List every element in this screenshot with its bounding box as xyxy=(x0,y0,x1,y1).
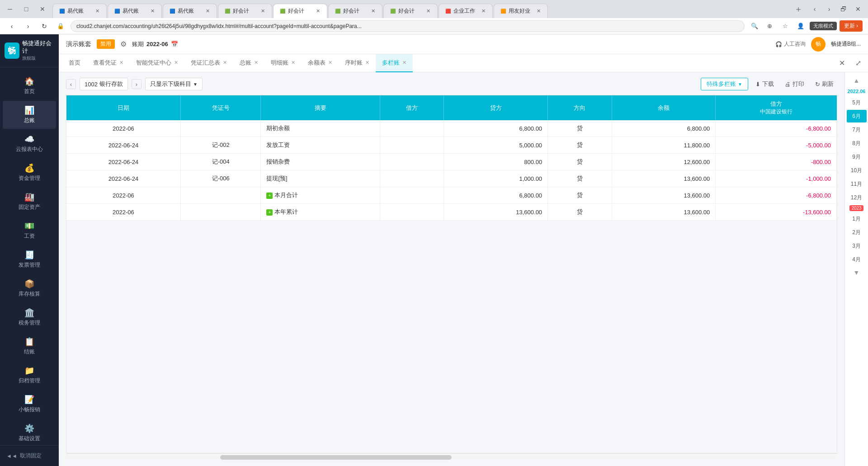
page-tab-4[interactable]: 总账✕ xyxy=(233,54,264,72)
page-tab-8[interactable]: 多栏账✕ xyxy=(376,54,413,72)
sidebar-item-云报表中心[interactable]: ☁️云报表中心 xyxy=(3,130,56,158)
sidebar-item-固定资产[interactable]: 🏭固定资产 xyxy=(3,188,56,216)
cal-month-8[interactable]: 8月 xyxy=(847,137,867,150)
tab-next-btn[interactable]: › xyxy=(823,3,835,15)
sidebar-item-发票管理[interactable]: 🧾发票管理 xyxy=(3,245,56,273)
calendar-icon[interactable]: 📅 xyxy=(171,41,178,47)
cal-month-4-2023[interactable]: 4月 xyxy=(847,253,867,266)
filter-dropdown[interactable]: 只显示下级科目 ▼ xyxy=(145,78,203,90)
minimize-btn[interactable]: ─ xyxy=(4,3,16,15)
reload-btn[interactable]: ↻ xyxy=(38,20,51,33)
expand-tab-icon[interactable]: ⤢ xyxy=(852,57,864,70)
tab-close-5[interactable]: ✕ xyxy=(369,8,377,15)
voucher-link[interactable]: 记-004 xyxy=(212,158,230,165)
page-tab-0[interactable]: 首页 xyxy=(62,54,87,72)
sidebar-item-首页[interactable]: 🏠首页 xyxy=(3,72,56,100)
tab-close-8[interactable]: ✕ xyxy=(535,8,542,15)
sidebar-item-税务管理[interactable]: 🏛️税务管理 xyxy=(3,303,56,331)
restore-btn[interactable]: 🗗 xyxy=(837,3,850,15)
page-tab-close-5[interactable]: ✕ xyxy=(291,60,295,66)
sidebar-item-归档管理[interactable]: 📁归档管理 xyxy=(3,361,56,389)
browser-tab-4[interactable]: 🟩好会计✕ xyxy=(273,4,327,18)
cal-up-btn[interactable]: ▲ xyxy=(850,74,863,87)
cal-month-9[interactable]: 9月 xyxy=(847,151,867,163)
page-tab-close-7[interactable]: ✕ xyxy=(365,60,369,66)
sidebar-item-小畅报销[interactable]: 📝小畅报销 xyxy=(3,390,56,418)
page-tab-6[interactable]: 余额表✕ xyxy=(302,54,339,72)
next-account-btn[interactable]: › xyxy=(132,79,142,89)
page-tab-2[interactable]: 智能凭证中心✕ xyxy=(130,54,184,72)
nav-icon-7: 📦 xyxy=(24,279,34,289)
browser-tab-2[interactable]: 🟦易代账✕ xyxy=(163,4,217,18)
tab-close-0[interactable]: ✕ xyxy=(94,8,101,15)
profile-icon[interactable]: 👤 xyxy=(794,20,807,33)
browser-tab-6[interactable]: 🟩好会计✕ xyxy=(383,4,438,18)
cal-month-12[interactable]: 12月 xyxy=(847,191,867,204)
close-win-btn[interactable]: ✕ xyxy=(852,3,864,15)
browser-tab-3[interactable]: 🟩好会计✕ xyxy=(218,4,272,18)
sidebar-item-工资[interactable]: 💵工资 xyxy=(3,217,56,245)
back-btn[interactable]: ‹ xyxy=(5,20,18,33)
unpin-btn[interactable]: ◄◄ 取消固定 xyxy=(4,449,55,462)
special-multi-btn[interactable]: 特殊多栏账 ▼ xyxy=(701,78,748,90)
update-btn[interactable]: 更新 › xyxy=(840,20,863,32)
download-btn[interactable]: ⬇ 下载 xyxy=(752,78,778,90)
no-trace-btn[interactable]: 无痕模式 xyxy=(810,22,837,30)
page-tab-3[interactable]: 凭证汇总表✕ xyxy=(184,54,233,72)
cal-month-7[interactable]: 7月 xyxy=(847,123,867,136)
page-tab-close-1[interactable]: ✕ xyxy=(119,60,123,66)
search-icon[interactable]: 🔍 xyxy=(748,20,761,33)
cal-month-10[interactable]: 10月 xyxy=(847,164,867,177)
page-tab-close-2[interactable]: ✕ xyxy=(174,60,178,66)
account-selector[interactable]: 1002 银行存款 xyxy=(80,78,128,90)
user-service-btn[interactable]: 🎧 人工咨询 xyxy=(775,40,806,48)
sidebar-item-结账[interactable]: 📋结账 xyxy=(3,332,56,360)
bottom-scroll[interactable] xyxy=(66,453,837,461)
address-input[interactable] xyxy=(71,20,745,32)
browser-tab-7[interactable]: 🟥企业工作✕ xyxy=(439,4,493,18)
tab-close-4[interactable]: ✕ xyxy=(314,8,321,15)
page-tab-1[interactable]: 查看凭证✕ xyxy=(87,54,130,72)
sidebar-item-资金管理[interactable]: 💰资金管理 xyxy=(3,159,56,187)
tab-new-btn[interactable]: ＋ xyxy=(792,3,805,15)
collapse-tab-icon[interactable]: ✕ xyxy=(835,57,848,70)
bookmark-icon[interactable]: ☆ xyxy=(779,20,792,33)
page-tab-5[interactable]: 明细账✕ xyxy=(264,54,302,72)
prev-account-btn[interactable]: ‹ xyxy=(66,79,76,89)
sidebar-item-基础设置[interactable]: ⚙️基础设置 xyxy=(3,419,56,445)
browser-tab-0[interactable]: 🟦易代账✕ xyxy=(52,4,107,18)
cal-month-3-2023[interactable]: 3月 xyxy=(847,240,867,252)
print-btn[interactable]: 🖨 打印 xyxy=(781,78,808,90)
tab-close-7[interactable]: ✕ xyxy=(480,8,487,15)
refresh-btn[interactable]: ↻ 刷新 xyxy=(811,78,837,90)
browser-tab-1[interactable]: 🟦易代账✕ xyxy=(108,4,162,18)
page-tab-close-3[interactable]: ✕ xyxy=(223,60,227,66)
sidebar-item-总账[interactable]: 📊总账 xyxy=(3,101,56,129)
page-tab-close-8[interactable]: ✕ xyxy=(402,60,406,66)
settings-gear-icon[interactable]: ⚙ xyxy=(120,40,127,48)
account-badge[interactable]: 禁用 xyxy=(97,39,115,49)
forward-btn[interactable]: › xyxy=(22,20,34,33)
cal-month-2-2023[interactable]: 2月 xyxy=(847,226,867,239)
browser-tab-5[interactable]: 🟩好会计✕ xyxy=(328,4,382,18)
close-browser-btn[interactable]: ✕ xyxy=(36,3,49,15)
page-tab-7[interactable]: 序时账✕ xyxy=(339,54,376,72)
maximize-btn[interactable]: □ xyxy=(20,3,33,15)
page-tab-close-6[interactable]: ✕ xyxy=(328,60,332,66)
cal-month-11[interactable]: 11月 xyxy=(847,178,867,190)
translate-icon[interactable]: ⊕ xyxy=(764,20,776,33)
sidebar-item-库存核算[interactable]: 📦库存核算 xyxy=(3,274,56,302)
page-tab-close-4[interactable]: ✕ xyxy=(254,60,258,66)
tab-prev-btn[interactable]: ‹ xyxy=(808,3,821,15)
tab-close-2[interactable]: ✕ xyxy=(204,8,211,15)
tab-close-6[interactable]: ✕ xyxy=(425,8,432,15)
cal-month-1-2023[interactable]: 1月 xyxy=(847,212,867,225)
voucher-link[interactable]: 记-006 xyxy=(212,175,230,182)
tab-close-1[interactable]: ✕ xyxy=(149,8,156,15)
tab-close-3[interactable]: ✕ xyxy=(259,8,266,15)
voucher-link[interactable]: 记-002 xyxy=(212,141,230,148)
browser-tab-8[interactable]: 🟧用友好业✕ xyxy=(494,4,548,18)
cal-month-6[interactable]: 6月 xyxy=(847,110,867,122)
cal-down-btn[interactable]: ▼ xyxy=(850,266,863,279)
cal-month-5[interactable]: 5月 xyxy=(847,96,867,109)
